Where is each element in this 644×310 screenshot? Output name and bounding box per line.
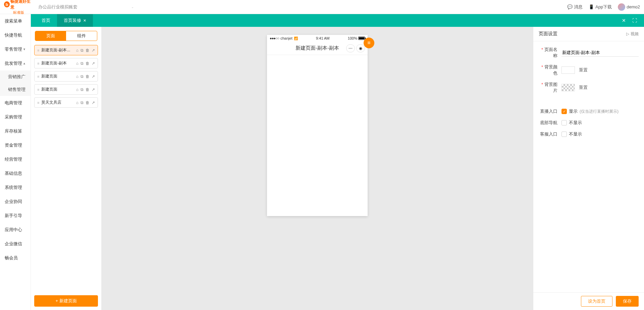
drag-icon[interactable]: ≡ — [37, 61, 39, 65]
tab[interactable]: 首页 — [35, 14, 57, 27]
home-icon[interactable]: ⌂ — [76, 100, 78, 105]
seg-component[interactable]: 组件 — [66, 31, 97, 41]
sidebar-item[interactable]: 畅会员 — [0, 251, 31, 265]
user-menu[interactable]: demo2 — [618, 3, 640, 11]
sidebar-subitem[interactable]: 营销推广 — [0, 70, 31, 83]
sidebar: 搜索菜单快捷导航零售管理▼批发管理▲营销推广销售管理电商管理采购管理库存核算资金… — [0, 14, 31, 310]
share-icon[interactable]: ↗ — [92, 48, 95, 53]
delete-icon[interactable]: 🗑 — [86, 74, 90, 79]
sidebar-item[interactable]: 基础信息 — [0, 166, 31, 180]
drag-icon[interactable]: ≡ — [37, 74, 39, 79]
copy-icon[interactable]: ⧉ — [80, 74, 84, 79]
delete-icon[interactable]: 🗑 — [86, 100, 90, 105]
page-row[interactable]: ≡昊天文具店⌂⧉🗑↗ — [34, 97, 98, 108]
bgimage-reset[interactable]: 重置 — [579, 85, 588, 91]
phone-preview: ●●●○○ chanjet 📶 9:41 AM 100% 新建页面-副 — [267, 35, 368, 216]
save-button[interactable]: 保存 — [616, 296, 639, 307]
page-row[interactable]: ≡新建页面-副本...⌂⧉🗑↗ — [34, 45, 98, 55]
sidebar-item[interactable]: 企业微信 — [0, 237, 31, 251]
messages-link[interactable]: 💬 消息 — [567, 4, 583, 10]
copy-icon[interactable]: ⧉ — [80, 61, 84, 66]
drag-icon[interactable]: ≡ — [37, 101, 39, 105]
chevron-down-icon: ⌄ — [131, 5, 134, 9]
page-name: 新建页面-副本... — [41, 47, 74, 53]
expand-icon: ▼ — [23, 48, 26, 51]
wechat-more-icon[interactable]: ⋯ — [346, 44, 355, 52]
sidebar-item[interactable]: 经营管理 — [0, 152, 31, 166]
header: b 畅捷通好生意 标准版 办公品行业模拟账套 ⌄ 💬 消息 📱 App下载 de… — [0, 0, 644, 14]
live-checkbox[interactable]: ✓ — [561, 109, 567, 114]
delete-icon[interactable]: 🗑 — [86, 87, 90, 92]
home-icon[interactable]: ⌂ — [76, 48, 78, 53]
settings-title: 页面设置 — [539, 31, 557, 37]
delete-icon[interactable]: 🗑 — [86, 61, 90, 66]
brand-icon: b — [4, 1, 10, 7]
wifi-icon: 📶 — [294, 37, 298, 40]
page-name: 新建页面 — [41, 87, 74, 92]
sidebar-item[interactable]: 快捷导航 — [0, 28, 31, 42]
new-page-button[interactable]: + 新建页面 — [34, 295, 98, 307]
bottomnav-checkbox[interactable] — [561, 120, 567, 125]
page-list-panel: 页面 组件 ≡新建页面-副本...⌂⧉🗑↗≡新建页面-副本⌂⧉🗑↗≡新建页面⌂⧉… — [31, 27, 101, 310]
drawer-toggle-icon[interactable]: ≡ — [364, 38, 374, 48]
brand-name: 畅捷通好生意 — [10, 0, 33, 10]
drag-icon[interactable]: ≡ — [37, 88, 39, 92]
set-home-button[interactable]: 设为首页 — [581, 296, 612, 307]
share-icon[interactable]: ↗ — [92, 87, 95, 92]
bgcolor-reset[interactable]: 重置 — [579, 67, 588, 73]
message-icon: 💬 — [567, 4, 573, 9]
sidebar-item[interactable]: 系统管理 — [0, 180, 31, 195]
phone-icon: 📱 — [589, 4, 594, 9]
avatar — [618, 3, 625, 11]
page-row[interactable]: ≡新建页面⌂⧉🗑↗ — [34, 71, 98, 82]
page-row[interactable]: ≡新建页面⌂⧉🗑↗ — [34, 84, 98, 95]
sidebar-item[interactable]: 资金管理 — [0, 138, 31, 152]
sidebar-item[interactable]: 搜索菜单 — [0, 14, 31, 28]
settings-panel: 页面设置 ▷ 视频 *页面名称 *背景颜色 重置 — [533, 27, 644, 310]
signal-icon: ●●●○○ — [270, 36, 279, 40]
sidebar-subitem[interactable]: 销售管理 — [0, 83, 31, 96]
drag-icon[interactable]: ≡ — [37, 48, 39, 52]
share-icon[interactable]: ↗ — [92, 61, 95, 66]
battery-pct: 100% — [348, 36, 357, 40]
home-icon[interactable]: ⌂ — [76, 61, 78, 66]
sidebar-item[interactable]: 零售管理▼ — [0, 42, 31, 56]
app-download-link[interactable]: 📱 App下载 — [589, 4, 612, 10]
sidebar-item[interactable]: 应用中心 — [0, 223, 31, 237]
bgimage-swatch[interactable] — [561, 84, 575, 91]
service-checkbox[interactable] — [561, 132, 567, 137]
account-selector[interactable]: 办公品行业模拟账套 ⌄ — [33, 4, 567, 10]
home-icon[interactable]: ⌂ — [76, 87, 78, 92]
sidebar-item[interactable]: 批发管理▲ — [0, 56, 31, 70]
tab[interactable]: 首页装修✕ — [57, 14, 93, 27]
preview-title: 新建页面-副本-副本 — [296, 45, 339, 51]
copy-icon[interactable]: ⧉ — [80, 48, 84, 53]
bgcolor-swatch[interactable] — [561, 66, 575, 74]
page-name-input[interactable] — [561, 49, 639, 57]
page-name: 新建页面 — [41, 73, 74, 79]
battery-icon — [358, 37, 365, 40]
tab-close-icon[interactable]: ✕ — [83, 18, 86, 23]
sidebar-item[interactable]: 采购管理 — [0, 110, 31, 124]
wechat-target-icon[interactable]: ◉ — [356, 44, 365, 52]
home-icon[interactable]: ⌂ — [76, 74, 78, 79]
delete-icon[interactable]: 🗑 — [86, 48, 90, 53]
page-name: 新建页面-副本 — [41, 60, 74, 66]
copy-icon[interactable]: ⧉ — [80, 87, 84, 92]
page-row[interactable]: ≡新建页面-副本⌂⧉🗑↗ — [34, 58, 98, 68]
sidebar-item[interactable]: 企业协同 — [0, 195, 31, 209]
expand-icon: ▲ — [23, 62, 26, 65]
tab-bar: 首页首页装修✕ ✕ ⛶ — [31, 14, 644, 27]
seg-page[interactable]: 页面 — [35, 31, 66, 41]
seg-control: 页面 组件 — [35, 31, 97, 41]
video-help-link[interactable]: ▷ 视频 — [626, 31, 639, 37]
sidebar-item[interactable]: 新手引导 — [0, 209, 31, 223]
share-icon[interactable]: ↗ — [92, 74, 95, 79]
share-icon[interactable]: ↗ — [92, 100, 95, 105]
copy-icon[interactable]: ⧉ — [80, 100, 84, 105]
sidebar-item[interactable]: 库存核算 — [0, 124, 31, 138]
close-all-icon[interactable]: ✕ — [619, 18, 629, 23]
sidebar-item[interactable]: 电商管理 — [0, 96, 31, 110]
carrier: chanjet — [280, 36, 292, 40]
fullscreen-icon[interactable]: ⛶ — [629, 18, 640, 23]
